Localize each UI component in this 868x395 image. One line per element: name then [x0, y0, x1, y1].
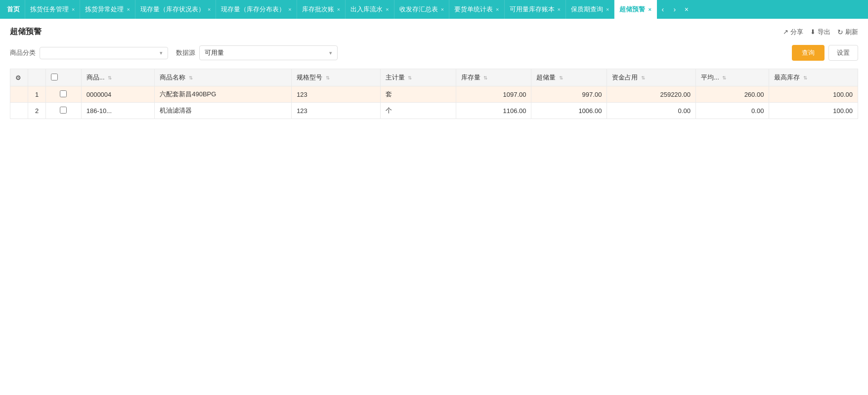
table-header-row: ⚙ 商品... ⇅ 商品名称 ⇅ 规格型号 ⇅ [10, 69, 858, 86]
datasource-value: 可用量 [205, 48, 224, 57]
nav-task[interactable]: 拣货任务管理 × [25, 0, 80, 19]
col-over-qty-sort-icon[interactable]: ⇅ [559, 75, 563, 80]
col-unit: 主计量 ⇅ [380, 69, 456, 86]
nav-next-arrow[interactable]: › [669, 0, 681, 19]
nav-stock-status[interactable]: 现存量（库存状况表） × [135, 0, 216, 19]
row-goods-code-0: 0000004 [81, 86, 154, 103]
top-nav: 首页 拣货任务管理 × 拣货异常处理 × 现存量（库存状况表） × 现存量（库存… [0, 0, 868, 19]
row-gear-0 [10, 86, 28, 103]
filter-section: 商品分类 ▾ 数据源 可用量 ▾ 查询 设置 [10, 45, 858, 61]
nav-expiry-close[interactable]: × [606, 6, 609, 12]
col-stock-qty-sort-icon[interactable]: ⇅ [483, 75, 487, 80]
row-checkbox-1[interactable] [46, 103, 82, 119]
nav-exception-close[interactable]: × [127, 6, 130, 12]
nav-stock-dist[interactable]: 现存量（库存分布表） × [216, 0, 297, 19]
nav-order-stat[interactable]: 要货单统计表 × [449, 0, 504, 19]
query-button[interactable]: 查询 [792, 45, 825, 61]
nav-batch-close[interactable]: × [337, 6, 340, 12]
nav-prev-arrow[interactable]: ‹ [657, 0, 669, 19]
export-icon: ⬇ [810, 28, 816, 36]
row-no-1: 2 [28, 103, 46, 119]
page-content: 超储预警 ↗ 分享 ⬇ 导出 ↻ 刷新 商品分类 ▾ [0, 19, 868, 127]
filter-actions: 查询 设置 [792, 45, 858, 61]
table-row: 2 186-10... 机油滤清器 123 个 1106.00 1006.00 … [10, 103, 858, 119]
datasource-filter-group: 数据源 可用量 ▾ [176, 45, 338, 60]
col-spec-label: 规格型号 [297, 74, 322, 81]
col-gear: ⚙ [10, 69, 28, 86]
row-cb-1[interactable] [60, 107, 67, 114]
export-label: 导出 [818, 28, 830, 37]
refresh-button[interactable]: ↻ 刷新 [837, 28, 858, 37]
col-max-stock-sort-icon[interactable]: ⇅ [803, 75, 807, 80]
row-max-stock-1: 100.00 [769, 103, 858, 119]
row-unit-0: 套 [380, 86, 456, 103]
col-goods-name-sort-icon[interactable]: ⇅ [189, 75, 193, 80]
nav-home-label: 首页 [7, 5, 20, 14]
gear-icon[interactable]: ⚙ [15, 74, 21, 81]
export-button[interactable]: ⬇ 导出 [810, 28, 830, 37]
col-spec: 规格型号 ⇅ [292, 69, 381, 86]
col-checkbox [46, 69, 82, 86]
datasource-select[interactable]: 可用量 ▾ [199, 45, 338, 60]
col-avg-label: 平均... [701, 74, 719, 81]
nav-expiry-label: 保质期查询 [571, 5, 603, 14]
col-unit-sort-icon[interactable]: ⇅ [408, 75, 412, 80]
header-checkbox[interactable] [51, 74, 58, 80]
nav-stock-status-close[interactable]: × [208, 6, 211, 12]
row-cb-0[interactable] [60, 90, 67, 97]
nav-close-arrow[interactable]: × [681, 0, 693, 19]
nav-overstock-label: 超储预警 [619, 5, 645, 14]
col-goods-code: 商品... ⇅ [81, 69, 154, 86]
nav-overstock[interactable]: 超储预警 × [614, 0, 656, 19]
nav-batch[interactable]: 库存批次账 × [297, 0, 346, 19]
col-over-qty: 超储量 ⇅ [531, 69, 607, 86]
category-label: 商品分类 [10, 48, 36, 57]
col-goods-code-sort-icon[interactable]: ⇅ [108, 75, 112, 80]
nav-home[interactable]: 首页 [2, 0, 25, 19]
row-capital-1: 0.00 [607, 103, 696, 119]
nav-exception[interactable]: 拣货异常处理 × [80, 0, 135, 19]
category-chevron-icon: ▾ [160, 50, 163, 56]
col-capital-sort-icon[interactable]: ⇅ [641, 75, 645, 80]
share-icon: ↗ [783, 28, 788, 36]
row-max-stock-0: 100.00 [769, 86, 858, 103]
nav-available[interactable]: 可用量库存账本 × [505, 0, 566, 19]
nav-order-stat-label: 要货单统计表 [454, 5, 493, 14]
nav-inout-label: 出入库流水 [350, 5, 383, 14]
row-checkbox-0[interactable] [46, 86, 82, 103]
col-capital: 资金占用 ⇅ [607, 69, 696, 86]
row-spec-1: 123 [292, 103, 381, 119]
row-avg-0: 260.00 [695, 86, 769, 103]
row-stock-qty-1: 1106.00 [456, 103, 531, 119]
nav-summary-close[interactable]: × [441, 6, 444, 12]
col-capital-label: 资金占用 [612, 74, 638, 81]
category-filter-group: 商品分类 ▾ [10, 47, 168, 59]
refresh-icon: ↻ [837, 28, 843, 36]
nav-stock-dist-close[interactable]: × [288, 6, 291, 12]
row-unit-1: 个 [380, 103, 456, 119]
settings-button[interactable]: 设置 [828, 45, 858, 61]
nav-batch-label: 库存批次账 [302, 5, 334, 14]
category-select[interactable]: ▾ [40, 47, 168, 59]
nav-expiry[interactable]: 保质期查询 × [566, 0, 614, 19]
share-button[interactable]: ↗ 分享 [783, 28, 803, 37]
row-stock-qty-0: 1097.00 [456, 86, 531, 103]
nav-stock-dist-label: 现存量（库存分布表） [221, 5, 285, 14]
nav-order-stat-close[interactable]: × [496, 6, 499, 12]
nav-task-label: 拣货任务管理 [30, 5, 69, 14]
col-spec-sort-icon[interactable]: ⇅ [326, 75, 330, 80]
row-goods-name-0: 六配套新昌490BPG [155, 86, 292, 103]
nav-summary[interactable]: 收发存汇总表 × [394, 0, 449, 19]
col-avg-sort-icon[interactable]: ⇅ [722, 75, 726, 80]
page-header: 超储预警 ↗ 分享 ⬇ 导出 ↻ 刷新 [10, 27, 858, 37]
nav-task-close[interactable]: × [72, 6, 75, 12]
nav-overstock-close[interactable]: × [648, 6, 651, 12]
col-index [28, 69, 46, 86]
nav-available-close[interactable]: × [558, 6, 561, 12]
refresh-label: 刷新 [845, 28, 858, 37]
page-title: 超储预警 [10, 27, 42, 37]
row-no-0: 1 [28, 86, 46, 103]
nav-inout[interactable]: 出入库流水 × [346, 0, 394, 19]
nav-inout-close[interactable]: × [386, 6, 389, 12]
col-stock-qty-label: 库存量 [461, 74, 480, 81]
